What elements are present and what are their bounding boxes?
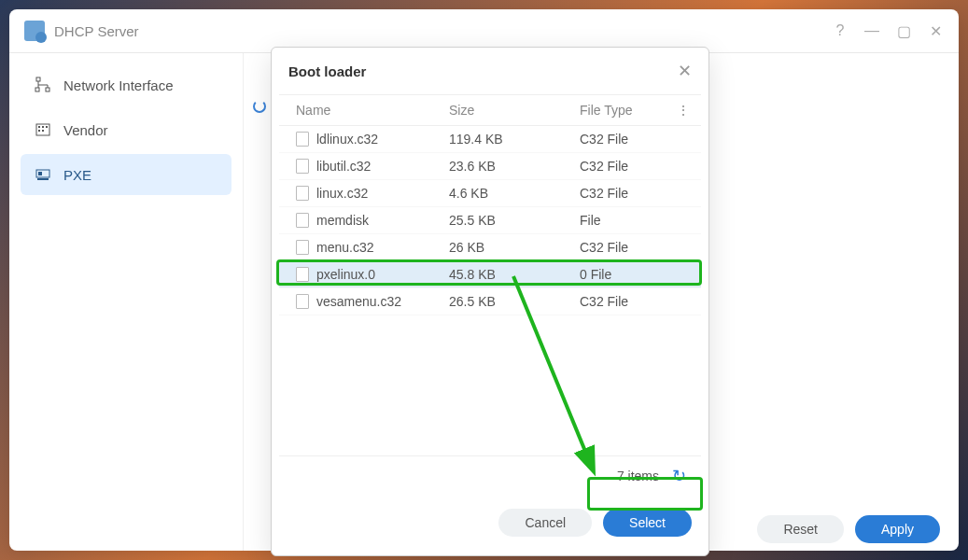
apply-button[interactable]: Apply [855,515,940,543]
dialog-title: Boot loader [288,63,366,79]
file-type: C32 File [580,159,690,174]
file-size: 25.5 KB [449,213,580,228]
window-controls: ? — ▢ ✕ [832,22,944,39]
file-name: memdisk [316,213,369,228]
sidebar-item-label: Network Interface [63,77,174,93]
item-count: 7 items [617,469,659,483]
file-name: pxelinux.0 [316,267,375,282]
sidebar-item-vendor[interactable]: Vendor [21,109,231,150]
network-icon [34,76,52,94]
table-row[interactable]: memdisk25.5 KBFile [279,207,701,234]
pxe-icon [34,165,52,184]
file-icon [296,267,309,282]
help-icon[interactable]: ? [832,22,849,39]
sidebar-item-label: PXE [63,167,91,183]
file-size: 26 KB [449,240,580,255]
column-more-icon[interactable]: ⋮ [677,103,690,118]
footer-buttons: Reset Apply [757,515,940,543]
maximize-icon[interactable]: ▢ [895,22,912,39]
file-icon [296,159,309,174]
file-type: C32 File [580,294,690,309]
svg-rect-11 [38,172,42,175]
column-name[interactable]: Name [290,103,449,118]
table-row[interactable]: libutil.c3223.6 KBC32 File [279,153,701,180]
dialog-footer: Cancel Select [272,494,708,555]
file-size: 23.6 KB [449,159,580,174]
loading-spinner-icon [253,100,266,113]
svg-rect-6 [46,126,48,128]
file-name: vesamenu.c32 [316,294,401,309]
sidebar-item-network-interface[interactable]: Network Interface [21,64,231,105]
svg-rect-0 [36,77,40,81]
file-type: C32 File [580,186,690,201]
dialog-header: Boot loader ✕ [272,48,708,94]
file-icon [296,213,309,228]
close-icon[interactable]: ✕ [927,22,944,39]
dialog-close-icon[interactable]: ✕ [678,61,692,81]
minimize-icon[interactable]: — [863,22,880,39]
file-type: File [580,213,690,228]
file-name: ldlinux.c32 [316,132,378,147]
table-row[interactable]: vesamenu.c3226.5 KBC32 File [279,288,701,315]
column-size[interactable]: Size [449,103,580,118]
svg-rect-7 [38,130,40,132]
file-icon [296,294,309,309]
svg-rect-5 [42,126,44,128]
file-icon [296,240,309,255]
file-icon [296,186,309,201]
file-size: 4.6 KB [449,186,580,201]
refresh-icon[interactable]: ↻ [672,466,686,486]
table-header: Name Size File Type ⋮ [279,94,701,126]
svg-rect-2 [35,88,39,91]
file-size: 45.8 KB [449,267,580,282]
table-row[interactable]: ldlinux.c32119.4 KBC32 File [279,126,701,153]
file-name: linux.c32 [316,186,368,201]
table-row[interactable]: menu.c3226 KBC32 File [279,234,701,261]
svg-rect-1 [46,88,49,91]
svg-rect-10 [37,178,49,180]
sidebar-item-pxe[interactable]: PXE [21,154,231,195]
boot-loader-dialog: Boot loader ✕ Name Size File Type ⋮ ldli… [271,47,709,556]
app-icon [24,21,45,41]
column-type[interactable]: File Type [580,103,677,118]
vendor-icon [34,120,52,139]
cancel-button[interactable]: Cancel [498,509,592,537]
file-name: menu.c32 [316,240,373,255]
file-type: 0 File [580,267,690,282]
dialog-body: Name Size File Type ⋮ ldlinux.c32119.4 K… [272,94,708,494]
table-row[interactable]: pxelinux.045.8 KB0 File [279,261,701,288]
file-type: C32 File [580,240,690,255]
table-footer: 7 items ↻ [279,455,701,494]
file-type: C32 File [580,132,690,147]
file-name: libutil.c32 [316,159,371,174]
svg-rect-8 [42,130,44,132]
select-button[interactable]: Select [603,509,692,537]
sidebar-item-label: Vendor [63,122,108,138]
app-title: DHCP Server [54,23,832,39]
table-row[interactable]: linux.c324.6 KBC32 File [279,180,701,207]
reset-button[interactable]: Reset [757,515,844,543]
file-size: 26.5 KB [449,294,580,309]
file-size: 119.4 KB [449,132,580,147]
file-icon [296,132,309,147]
sidebar: Network Interface Vendor PXE [9,53,243,551]
svg-rect-4 [38,126,40,128]
